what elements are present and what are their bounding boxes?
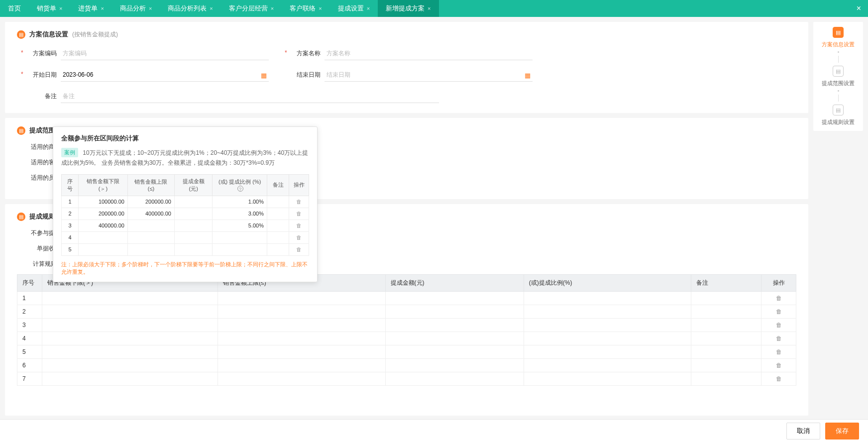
tab-commission-settings[interactable]: 提成设置× [330, 0, 378, 17]
col-lower: 销售金额下限 (＞) [79, 174, 128, 196]
close-icon[interactable]: × [319, 5, 322, 11]
delete-icon[interactable]: 🗑 [296, 234, 302, 240]
cancel-button[interactable]: 取消 [786, 423, 820, 426]
input-remark[interactable] [61, 90, 439, 103]
step-label[interactable]: 提成规则设置 [822, 118, 855, 126]
step-icon[interactable]: ▤ [833, 66, 844, 77]
delete-icon[interactable]: 🗑 [776, 295, 782, 302]
table-row[interactable]: 5🗑 [17, 345, 796, 359]
example-text: 10万元以下无提成；10~20万元提成比例为1%；20~40万提成比例为3%；4… [61, 149, 308, 166]
example-popover: 全额参与所在区间段的计算 案例 10万元以下无提成；10~20万元提成比例为1%… [53, 126, 318, 282]
input-plan-name[interactable] [325, 47, 533, 60]
delete-icon[interactable]: 🗑 [776, 308, 782, 315]
tab-sales-order[interactable]: 销货单× [29, 0, 70, 17]
label-plan-name: 方案名称 [289, 49, 321, 58]
delete-icon[interactable]: 🗑 [296, 199, 302, 205]
col-amount: 提成金额 (元) [174, 174, 212, 196]
table-row[interactable]: 6🗑 [17, 359, 796, 372]
tab-product-analysis[interactable]: 商品分析× [112, 0, 160, 17]
tab-purchase-order[interactable]: 进货单× [70, 0, 111, 17]
example-table: 序号 销售金额下限 (＞) 销售金额上限 (≤) 提成金额 (元) (或) 提成… [61, 174, 309, 256]
tab-product-analysis-list[interactable]: 商品分析列表× [160, 0, 220, 17]
section-icon: ▤ [17, 213, 25, 221]
close-icon[interactable]: × [101, 5, 104, 11]
section-icon: ▤ [17, 30, 25, 39]
col-remark: 备注 [267, 174, 289, 196]
section-icon: ▤ [17, 126, 25, 135]
delete-icon[interactable]: 🗑 [776, 362, 782, 369]
col-seq: 序号 [17, 275, 42, 292]
step-icon[interactable]: ▤ [833, 27, 844, 38]
col-seq: 序号 [62, 174, 79, 196]
input-plan-code[interactable] [61, 47, 269, 60]
delete-icon[interactable]: 🗑 [296, 211, 302, 217]
col-action: 操作 [761, 275, 796, 292]
label-start-date: 开始日期 [25, 71, 57, 79]
table-row[interactable]: 1🗑 [17, 292, 796, 305]
table-row[interactable]: 3🗑 [17, 319, 796, 332]
popover-note: 注：上限必须大于下限；多个阶梯时，下一个阶梯下限要等于前一阶梯上限；不同行之间下… [61, 261, 309, 276]
table-row[interactable]: 7🗑 [17, 372, 796, 386]
table-row: 5🗑 [62, 243, 309, 255]
col-remark: 备注 [691, 275, 761, 292]
calendar-icon[interactable]: ▦ [261, 71, 267, 79]
delete-icon[interactable]: 🗑 [776, 322, 782, 329]
tab-customer-segment[interactable]: 客户分层经营× [221, 0, 282, 17]
input-end-date[interactable] [325, 68, 533, 82]
save-button[interactable]: 保存 [825, 423, 859, 426]
delete-icon[interactable]: 🗑 [296, 246, 302, 252]
close-icon[interactable]: × [271, 5, 274, 11]
table-row[interactable]: 2🗑 [17, 305, 796, 319]
close-icon[interactable]: × [428, 5, 431, 11]
col-upper: 销售金额上限 (≤) [127, 174, 174, 196]
delete-icon[interactable]: 🗑 [776, 335, 782, 342]
tab-customer-contact[interactable]: 客户联络× [282, 0, 329, 17]
calendar-icon[interactable]: ▦ [525, 71, 531, 79]
col-amount: 提成金额(元) [385, 275, 524, 292]
close-all-icon[interactable]: × [854, 0, 864, 17]
close-icon[interactable]: × [59, 5, 62, 11]
label-calc-rule: 计算规则 [25, 260, 57, 268]
rules-table: 序号 销售金额下限(＞) 销售金额上限(≤) 提成金额(元) (或)提成比例(%… [17, 274, 796, 386]
panel-subtitle: (按销售金额提成) [72, 30, 118, 39]
footer-bar: 取消 保存 [0, 419, 868, 426]
table-row: 2200000.00400000.003.00%🗑 [62, 208, 309, 220]
table-row: 4🗑 [62, 231, 309, 243]
col-percent: (或)提成比例(%) [524, 275, 691, 292]
panel-plan-info: ▤ 方案信息设置 (按销售金额提成) 方案编码 方案名称 开始日期 [5, 22, 808, 113]
close-icon[interactable]: × [367, 5, 370, 11]
step-label[interactable]: 提成范围设置 [822, 80, 855, 87]
example-tag: 案例 [61, 148, 78, 157]
label-plan-code: 方案编码 [25, 49, 57, 58]
close-icon[interactable]: × [210, 5, 213, 11]
help-icon[interactable]: ? [237, 186, 243, 192]
panel-title: 方案信息设置 [29, 30, 68, 39]
tab-add-commission-plan[interactable]: 新增提成方案× [378, 0, 438, 17]
anchor-nav: ▤ 方案信息设置 ▤ 提成范围设置 ▤ 提成规则设置 [813, 22, 863, 131]
label-remark: 备注 [25, 92, 57, 101]
step-icon[interactable]: ▤ [833, 105, 844, 115]
label-end-date: 结束日期 [289, 71, 321, 79]
table-row: 3400000.005.00%🗑 [62, 220, 309, 231]
table-row: 1100000.00200000.001.00%🗑 [62, 196, 309, 208]
popover-title: 全额参与所在区间段的计算 [61, 134, 309, 143]
tab-bar: 首页 销货单× 进货单× 商品分析× 商品分析列表× 客户分层经营× 客户联络×… [0, 0, 868, 17]
close-icon[interactable]: × [149, 5, 152, 11]
col-percent: (或) 提成比例 (%)? [213, 174, 267, 196]
delete-icon[interactable]: 🗑 [776, 375, 782, 382]
delete-icon[interactable]: 🗑 [296, 222, 302, 228]
delete-icon[interactable]: 🗑 [776, 348, 782, 355]
tab-home[interactable]: 首页 [0, 0, 29, 17]
input-start-date[interactable] [61, 68, 269, 82]
step-label[interactable]: 方案信息设置 [822, 41, 855, 48]
table-row[interactable]: 4🗑 [17, 332, 796, 345]
col-action: 操作 [289, 174, 309, 196]
